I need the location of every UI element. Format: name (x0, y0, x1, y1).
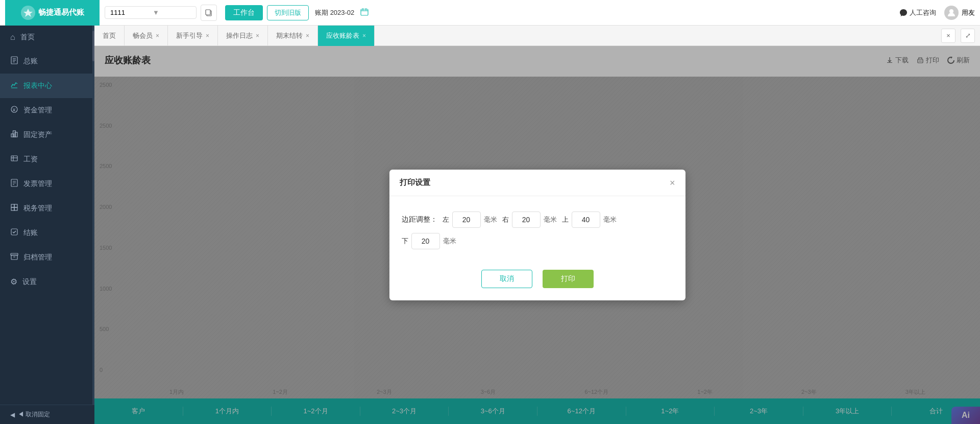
margin-right-label: 右 (502, 215, 509, 224)
user-area[interactable]: 用友 (944, 6, 975, 20)
svg-rect-24 (11, 204, 14, 207)
home-icon: ⌂ (10, 33, 15, 42)
tab-guide-close[interactable]: × (206, 32, 209, 39)
tax-icon (10, 203, 18, 214)
settle-icon (10, 228, 18, 238)
salary-icon (10, 154, 18, 164)
page-content: 应收账龄表 下载 (94, 46, 980, 424)
svg-rect-2 (361, 9, 368, 15)
sidebar-item-funds[interactable]: ¥ 资金管理 (0, 98, 94, 123)
tab-period-end-label: 期末结转 (276, 31, 303, 40)
print-settings-dialog: 打印设置 × 边距调整： 左 毫米 (389, 170, 685, 300)
tab-period-end-close[interactable]: × (306, 32, 309, 39)
modal-close-button[interactable]: × (670, 178, 675, 187)
margin-right-unit: 毫米 (544, 215, 557, 224)
consulting-label: 人工咨询 (910, 8, 936, 17)
workbench-button[interactable]: 工作台 (225, 5, 263, 20)
tab-member[interactable]: 畅会员 × (125, 26, 168, 46)
period-info: 账期 2023-02 (315, 8, 369, 17)
period-label: 账期 (315, 8, 328, 17)
tab-log-close[interactable]: × (256, 32, 259, 39)
sidebar-item-archive[interactable]: 归档管理 (0, 245, 94, 270)
sidebar-item-reports[interactable]: 报表中心 (0, 74, 94, 98)
sidebar: ⌂ 首页 总账 报表中心 (0, 26, 94, 424)
margin-left-input[interactable] (452, 211, 481, 228)
collapse-sidebar-button[interactable]: ◀ ◀ 取消固定 (0, 405, 94, 424)
sidebar-item-home[interactable]: ⌂ 首页 (0, 26, 94, 49)
collapse-label: ◀ 取消固定 (18, 410, 50, 419)
print-confirm-button[interactable]: 打印 (543, 270, 594, 288)
main-layout: ⌂ 首页 总账 报表中心 (0, 26, 980, 424)
dropdown-arrow-icon: ▼ (153, 9, 191, 16)
copy-button[interactable] (201, 5, 217, 21)
sidebar-label-funds: 资金管理 (23, 106, 52, 115)
margin-top-label: 上 (562, 215, 569, 224)
modal-title: 打印设置 (400, 178, 430, 187)
switch-version-button[interactable]: 切到旧版 (267, 5, 309, 20)
margin-row: 边距调整： 左 毫米 右 毫米 (402, 211, 673, 249)
tab-member-close[interactable]: × (156, 32, 159, 39)
tab-actions: × ⤢ (941, 29, 980, 43)
margin-bottom-label: 下 (402, 237, 408, 246)
tab-home-label: 首页 (103, 31, 116, 40)
svg-rect-1 (206, 10, 210, 15)
logo-icon (21, 6, 35, 20)
header-right: 人工咨询 用友 (899, 6, 975, 20)
invoice-icon (10, 179, 18, 189)
sidebar-item-settings[interactable]: ⚙ 设置 (0, 270, 94, 294)
modal-overlay: 打印设置 × 边距调整： 左 毫米 (94, 46, 980, 424)
tab-guide[interactable]: 新手引导 × (168, 26, 218, 46)
margin-left-group: 左 毫米 (443, 211, 497, 228)
sidebar-label-salary: 工资 (23, 155, 38, 164)
reports-icon (10, 81, 18, 91)
tab-home[interactable]: 首页 (94, 26, 125, 46)
cancel-button[interactable]: 取消 (481, 270, 532, 288)
ledger-icon (10, 56, 18, 66)
sidebar-label-ledger: 总账 (23, 57, 38, 66)
period-value: 2023-02 (330, 9, 355, 16)
tab-aging-label: 应收账龄表 (326, 31, 359, 40)
logo-area: 畅捷通易代账 (5, 0, 100, 26)
sidebar-label-invoice: 发票管理 (23, 179, 52, 189)
logo-text: 畅捷通易代账 (38, 8, 84, 17)
consulting-button[interactable]: 人工咨询 (899, 8, 936, 17)
settings-icon: ⚙ (10, 277, 17, 287)
margin-top-group: 上 毫米 (562, 211, 617, 228)
user-avatar (944, 6, 959, 20)
tab-bar: 首页 畅会员 × 新手引导 × 操作日志 × 期末结转 × 应收账龄表 × (94, 26, 980, 46)
margin-left-unit: 毫米 (484, 215, 497, 224)
close-tab-button[interactable]: × (941, 29, 955, 43)
svg-rect-14 (11, 134, 14, 137)
calendar-icon[interactable] (357, 8, 369, 17)
margin-bottom-input[interactable] (411, 233, 440, 249)
top-header: 畅捷通易代账 1111 ▼ 工作台 切到旧版 账期 2023-02 (0, 0, 980, 26)
company-selector[interactable]: 1111 ▼ (105, 6, 197, 19)
archive-icon (10, 252, 18, 263)
margin-bottom-unit: 毫米 (443, 237, 456, 246)
company-name: 1111 (110, 9, 149, 16)
collapse-icon: ◀ (10, 411, 15, 418)
tab-aging[interactable]: 应收账龄表 × (318, 26, 375, 46)
margin-top-input[interactable] (572, 211, 600, 228)
sidebar-item-settle[interactable]: 结账 (0, 221, 94, 245)
expand-tab-button[interactable]: ⤢ (961, 29, 975, 43)
sidebar-item-tax[interactable]: 税务管理 (0, 196, 94, 221)
margin-left-label: 左 (443, 215, 449, 224)
svg-rect-15 (15, 132, 17, 137)
sidebar-item-ledger[interactable]: 总账 (0, 49, 94, 74)
sidebar-label-tax: 税务管理 (23, 204, 52, 213)
modal-footer: 取消 打印 (389, 262, 685, 300)
svg-rect-26 (11, 207, 14, 210)
tab-period-end[interactable]: 期末结转 × (268, 26, 318, 46)
svg-rect-27 (14, 207, 17, 210)
tab-aging-close[interactable]: × (362, 32, 366, 39)
tab-guide-label: 新手引导 (176, 31, 203, 40)
content-area: 首页 畅会员 × 新手引导 × 操作日志 × 期末结转 × 应收账龄表 × (94, 26, 980, 424)
sidebar-item-assets[interactable]: 固定资产 (0, 123, 94, 147)
margin-right-input[interactable] (512, 211, 541, 228)
sidebar-item-salary[interactable]: 工资 (0, 147, 94, 172)
tab-log[interactable]: 操作日志 × (218, 26, 268, 46)
sidebar-label-archive: 归档管理 (23, 253, 52, 262)
margin-label: 边距调整： (402, 215, 437, 224)
sidebar-item-invoice[interactable]: 发票管理 (0, 172, 94, 196)
